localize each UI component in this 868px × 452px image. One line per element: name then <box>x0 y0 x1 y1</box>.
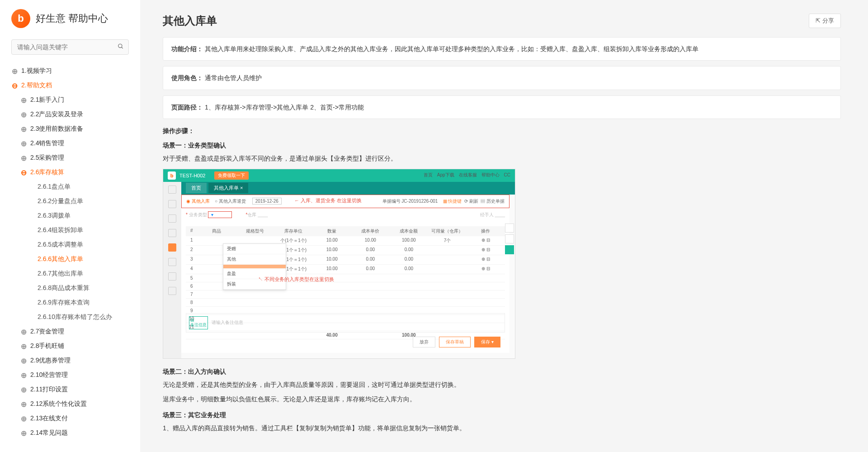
nav-2-6-5[interactable]: 2.6.5成本调整单 <box>11 238 129 252</box>
nav-label: 2.10经营管理 <box>30 371 68 379</box>
nav-2-6-2[interactable]: 2.6.2分量盘点单 <box>11 194 129 209</box>
nav-2-2[interactable]: ⊕2.2产品安装及登录 <box>11 107 129 122</box>
logo-area: b 好生意 帮助中心 <box>11 9 129 28</box>
ss-dd-item: 其他 <box>223 254 286 265</box>
ss-test-label: TEST-H002 <box>179 173 205 178</box>
ss-left-sidebar <box>163 182 181 358</box>
expand-icon: ⊕ <box>20 357 27 364</box>
ss-biztype-label: 业务类型 <box>189 212 207 217</box>
nav-video-learning[interactable]: ⊕1.视频学习 <box>11 64 129 78</box>
intro-label: 功能介绍： <box>171 45 203 52</box>
search-box[interactable] <box>11 39 129 55</box>
expand-icon: ⊕ <box>20 343 27 349</box>
nav-2-6-9[interactable]: 2.6.9库存账本查询 <box>11 295 129 310</box>
nav-2-1[interactable]: ⊕2.1新手入门 <box>11 93 129 107</box>
collapse-icon: ⊖ <box>20 169 27 176</box>
nav-2-6-3[interactable]: 2.6.3调拨单 <box>11 209 129 223</box>
expand-icon: ⊕ <box>20 430 27 436</box>
ss-handler-label: 经手人 <box>480 212 494 217</box>
nav-2-12[interactable]: ⊕2.12系统个性化设置 <box>11 397 129 411</box>
ss-table-row: 8 <box>186 299 505 307</box>
nav-2-6[interactable]: ⊖2.6库存核算 <box>11 165 129 180</box>
ss-annotation-1: ← 入库、退货业务 在这里切换 <box>294 197 362 204</box>
nav-2-5[interactable]: ⊕2.5采购管理 <box>11 151 129 165</box>
nav-2-13[interactable]: ⊕2.13在线支付 <box>11 411 129 426</box>
nav-2-3[interactable]: ⊕2.3使用前数据准备 <box>11 122 129 136</box>
nav-label: 2.1新手入门 <box>30 96 64 104</box>
nav-2-7[interactable]: ⊕2.7资金管理 <box>11 324 129 339</box>
scene2-title: 场景二：出入方向确认 <box>163 368 841 376</box>
ss-tool-refresh: 刷新 <box>469 199 478 204</box>
nav-label: 2.11打印设置 <box>30 385 68 394</box>
nav-label: 2.3使用前数据准备 <box>30 125 83 133</box>
ss-footer-buttons: 放弃 保存草稿 保存 ▾ <box>413 337 500 347</box>
nav-label: 2.6.4组装拆卸单 <box>38 226 83 234</box>
nav-2-6-7[interactable]: 2.6.7其他出库单 <box>11 266 129 281</box>
ss-tab-home: 首页 <box>186 183 207 193</box>
expand-icon: ⊕ <box>20 111 27 118</box>
ss-note-label: 备注信息 <box>190 323 207 327</box>
nav-label: 2.8手机旺铺 <box>30 342 64 350</box>
ss-logo-icon: b <box>168 171 176 180</box>
nav-label: 1.视频学习 <box>21 67 52 75</box>
nav-label: 2.6.3调拨单 <box>38 212 71 220</box>
ss-order-label: 单据编号 <box>382 199 401 204</box>
ss-sb-icon-active <box>168 243 176 252</box>
nav-help-docs[interactable]: ⊖2.帮助文档 <box>11 78 129 93</box>
ss-warehouse-label: 仓库 <box>247 212 256 217</box>
ss-dropdown: 受赠 其他 盘盈 拆装 <box>223 243 286 290</box>
sidebar: b 好生意 帮助中心 ⊕1.视频学习 ⊖2.帮助文档 ⊕2.1新手入门 ⊕2.2… <box>0 0 140 452</box>
nav-2-14[interactable]: ⊕2.14常见问题 <box>11 426 129 440</box>
share-label: 分享 <box>822 17 834 24</box>
page-title: 其他入库单 <box>163 14 217 28</box>
nav-2-6-8[interactable]: 2.6.8商品成本重算 <box>11 281 129 295</box>
ss-sb-icon <box>168 287 176 295</box>
expand-icon: ⊕ <box>20 401 27 407</box>
nav-label: 2.9优惠券管理 <box>30 357 71 365</box>
expand-icon: ⊕ <box>20 386 27 393</box>
logo-icon: b <box>11 9 30 28</box>
ss-tool-shortcut: 快捷键 <box>448 199 462 204</box>
nav-label: 2.4销售管理 <box>30 139 64 147</box>
ss-filter-row: * 业务类型 ▾ *仓库 ____ 经手人 ____ <box>181 208 509 222</box>
ss-nav-app: App下载 <box>437 172 454 178</box>
nav-2-6-6[interactable]: 2.6.6其他入库单 <box>11 252 129 266</box>
ss-date: 2019-12-26 <box>252 198 282 205</box>
ss-nav-service: 在线客服 <box>459 172 477 178</box>
share-button[interactable]: ⇱ 分享 <box>809 14 841 28</box>
nav-2-6-1[interactable]: 2.6.1盘点单 <box>11 180 129 194</box>
expand-icon: ⊕ <box>11 68 18 74</box>
steps-label: 操作步骤： <box>163 127 841 135</box>
path-box: 页面路径： 1、库存核算->库存管理->其他入库单 2、首页->常用功能 <box>163 95 841 119</box>
ss-draft-btn: 保存草稿 <box>439 337 471 347</box>
role-label: 使用角色： <box>171 74 203 81</box>
ss-radio-return: ○ 其他入库退货 <box>215 199 246 204</box>
ss-tabbar: 首页 其他入库单 × <box>181 182 515 195</box>
expand-icon: ⊕ <box>20 328 27 335</box>
search-icon[interactable] <box>118 43 124 51</box>
expand-icon: ⊕ <box>20 155 27 161</box>
ss-order-no: JC-20191226-001 <box>401 199 438 204</box>
nav-2-10[interactable]: ⊕2.10经营管理 <box>11 368 129 382</box>
nav-2-6-4[interactable]: 2.6.4组装拆卸单 <box>11 223 129 238</box>
ss-radio-in: ◉ 其他入库 <box>186 199 210 204</box>
nav-label: 2.6.8商品成本重算 <box>38 284 90 292</box>
ss-dd-item-selected <box>223 265 286 269</box>
nav-2-4[interactable]: ⊕2.4销售管理 <box>11 136 129 151</box>
ss-rb-icon <box>505 224 514 233</box>
embedded-screenshot: b TEST-H002 免费领取一下 首页 App下载 在线客服 帮助中心 CC <box>163 169 515 359</box>
ss-note-box: ▤备注信息 请输入备注信息 <box>186 313 505 333</box>
scene2-text1: 无论是受赠，还是其他类型的业务，由于入库商品质量等原因，需要退回，这时可通过单据… <box>163 380 841 390</box>
nav-label: 2.6库存核算 <box>30 168 64 176</box>
ss-biztype-select: ▾ <box>208 211 232 218</box>
ss-tool-history: 历史单据 <box>486 199 505 204</box>
ss-free-button: 免费领取一下 <box>214 171 249 180</box>
nav-2-8[interactable]: ⊕2.8手机旺铺 <box>11 339 129 353</box>
scene3-text1: 1、赠品入库的商品直接转为销售。通过工具栏【复制/复制为销货单】功能，将单据信息… <box>163 423 841 434</box>
nav-2-6-10[interactable]: 2.6.10库存账本错了怎么办 <box>11 310 129 324</box>
nav-2-11[interactable]: ⊕2.11打印设置 <box>11 382 129 397</box>
ss-sb-icon <box>168 200 176 208</box>
ss-table-header: # 商品 规格型号 库存单位 数量 成本单价 成本金额 可用量（仓库） 操作 <box>186 226 505 236</box>
search-input[interactable] <box>12 40 128 54</box>
nav-2-9[interactable]: ⊕2.9优惠券管理 <box>11 353 129 368</box>
